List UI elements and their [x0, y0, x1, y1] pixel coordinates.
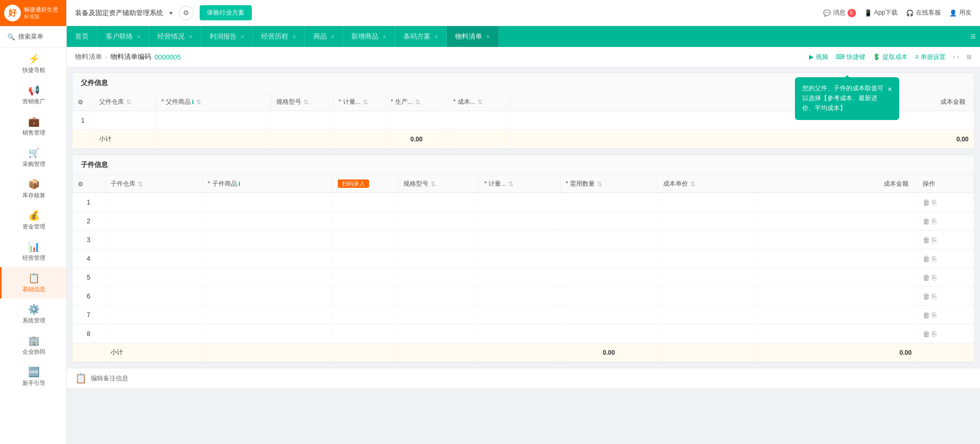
child-warehouse-cell[interactable]	[105, 231, 202, 249]
child-th-scan[interactable]: 扫码录入	[332, 175, 398, 193]
parent-unit-cell[interactable]	[333, 111, 385, 130]
parent-warehouse-cell[interactable]	[93, 111, 156, 130]
child-unit-cell[interactable]	[479, 287, 560, 306]
child-unit-cell[interactable]	[479, 325, 560, 343]
child-unit-cell[interactable]	[479, 231, 560, 249]
delete-btn[interactable]: 🗑	[923, 236, 930, 244]
delete-btn[interactable]: 🗑	[923, 311, 930, 319]
child-cost-price-cell[interactable]	[657, 268, 755, 287]
child-qty-cell[interactable]	[560, 193, 658, 212]
child-spec-cell[interactable]	[398, 287, 479, 306]
child-warehouse-cell[interactable]	[105, 193, 202, 212]
child-spec-cell[interactable]	[398, 268, 479, 287]
child-cost-price-cell[interactable]	[657, 193, 755, 212]
tab-bom[interactable]: 物料清单 ×	[447, 26, 498, 47]
tab-profit[interactable]: 利润报告 ×	[201, 26, 253, 47]
copy-btn[interactable]: ⎘	[932, 311, 936, 319]
tabs-end-btn[interactable]: ≡	[970, 31, 980, 42]
tab-products[interactable]: 商品 ×	[305, 26, 343, 47]
copy-btn[interactable]: ⎘	[932, 255, 936, 263]
sidebar-item-basic-info[interactable]: 📋 基础信息	[0, 267, 66, 298]
breadcrumb-parent[interactable]: 物料清单	[75, 52, 102, 62]
child-warehouse-cell[interactable]	[105, 287, 202, 306]
child-spec-cell[interactable]	[398, 231, 479, 249]
tab-history[interactable]: 经营历程 ×	[253, 26, 304, 47]
parent-product-cell[interactable]	[156, 111, 271, 130]
child-spec-cell[interactable]	[398, 193, 479, 212]
child-cost-price-cell[interactable]	[657, 249, 755, 268]
tab-history-close[interactable]: ×	[292, 33, 296, 40]
child-qty-cell[interactable]	[560, 212, 658, 231]
scan-badge[interactable]: 扫码录入	[338, 179, 369, 188]
child-cost-price-cell[interactable]	[657, 231, 755, 249]
child-product-cell[interactable]	[202, 249, 332, 268]
app-download-btn[interactable]: 📱 App下载	[864, 8, 898, 17]
child-warehouse-cell[interactable]	[105, 325, 202, 343]
extract-cost-btn[interactable]: 💲 提取成本	[873, 53, 908, 62]
message-btn[interactable]: 💬 消息 6	[823, 8, 856, 17]
copy-btn[interactable]: ⎘	[932, 217, 936, 225]
child-qty-cell[interactable]	[560, 268, 658, 287]
copy-btn[interactable]: ⎘	[932, 292, 936, 301]
child-product-cell[interactable]	[202, 268, 332, 287]
child-qty-cell[interactable]	[560, 306, 658, 325]
child-product-cell[interactable]	[202, 325, 332, 343]
child-product-cell[interactable]	[202, 306, 332, 325]
sidebar-item-marketing[interactable]: 📢 营销推广	[0, 79, 66, 111]
tooltip-close-btn[interactable]: ×	[888, 83, 892, 95]
child-unit-cell[interactable]	[479, 268, 560, 287]
child-unit-cell[interactable]	[479, 306, 560, 325]
settings-gear-btn[interactable]: ⚙	[179, 6, 193, 20]
delete-btn[interactable]: 🗑	[923, 292, 930, 301]
child-unit-cell[interactable]	[479, 249, 560, 268]
child-unit-cell[interactable]	[479, 193, 560, 212]
child-qty-cell[interactable]	[560, 325, 658, 343]
child-warehouse-cell[interactable]	[105, 212, 202, 231]
copy-btn[interactable]: ⎘	[932, 198, 936, 207]
tab-products-close[interactable]: ×	[331, 33, 334, 40]
child-product-cell[interactable]	[202, 193, 332, 212]
child-cost-price-cell[interactable]	[657, 287, 755, 306]
sidebar-item-inventory[interactable]: 📦 库存核算	[0, 173, 66, 205]
sidebar-item-operation[interactable]: 📊 经营管理	[0, 236, 66, 267]
child-cost-price-cell[interactable]	[657, 212, 755, 231]
sidebar-search[interactable]: 🔍 搜索菜单	[0, 26, 66, 48]
shortcut-btn[interactable]: ⌨ 快捷键	[836, 53, 865, 62]
delete-btn[interactable]: 🗑	[923, 330, 930, 338]
tab-barcode-close[interactable]: ×	[435, 33, 438, 40]
copy-btn[interactable]: ⎘	[932, 330, 936, 338]
tab-profit-close[interactable]: ×	[241, 33, 244, 40]
child-th-settings[interactable]: ⚙	[72, 175, 105, 193]
child-spec-cell[interactable]	[398, 249, 479, 268]
search-menu-btn[interactable]: 🔍 搜索菜单	[4, 30, 62, 43]
copy-btn[interactable]: ⎘	[932, 236, 936, 244]
sidebar-item-sales[interactable]: 💼 销售管理	[0, 111, 66, 142]
tab-barcode[interactable]: 条码方案 ×	[395, 26, 447, 47]
tab-bom-close[interactable]: ×	[486, 33, 489, 40]
child-product-cell[interactable]	[202, 287, 332, 306]
tab-home[interactable]: 首页	[67, 26, 97, 47]
sidebar-item-enterprise[interactable]: 🏢 企业协同	[0, 330, 66, 361]
child-product-cell[interactable]	[202, 212, 332, 231]
tab-add-product-close[interactable]: ×	[383, 33, 386, 40]
parent-th-settings[interactable]: ⚙	[72, 93, 93, 111]
online-service-btn[interactable]: 🎧 在线客服	[906, 8, 941, 17]
delete-btn[interactable]: 🗑	[923, 217, 930, 225]
system-dropdown-btn[interactable]: ▾	[169, 9, 173, 17]
footer-label[interactable]: 编辑备注信息	[91, 374, 128, 383]
parent-spec-cell[interactable]	[271, 111, 333, 130]
child-cost-price-cell[interactable]	[657, 306, 755, 325]
sidebar-item-quick-nav[interactable]: ⚡ 快捷导航	[0, 48, 66, 79]
layout-btn[interactable]: ⊞	[966, 53, 972, 61]
sidebar-item-purchase[interactable]: 🛒 采购管理	[0, 142, 66, 173]
trial-btn[interactable]: 体验行业方案	[200, 5, 252, 20]
view-video-btn[interactable]: ▶ 视频	[809, 53, 828, 62]
delete-btn[interactable]: 🗑	[923, 198, 930, 207]
child-spec-cell[interactable]	[398, 325, 479, 343]
tab-operation-status-close[interactable]: ×	[189, 33, 192, 40]
child-qty-cell[interactable]	[560, 249, 658, 268]
tab-operation-status[interactable]: 经营情况 ×	[149, 26, 201, 47]
child-spec-cell[interactable]	[398, 212, 479, 231]
delete-btn[interactable]: 🗑	[923, 273, 930, 282]
next-btn[interactable]: ›	[957, 53, 959, 61]
